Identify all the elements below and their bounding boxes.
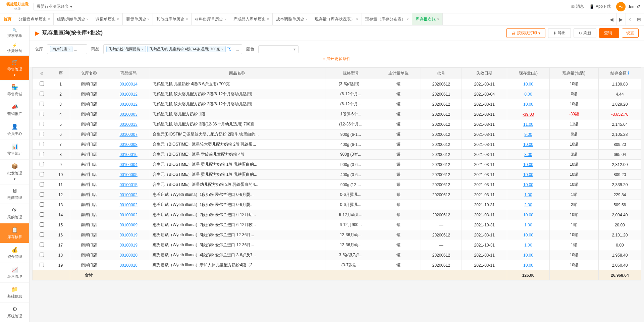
tab-split-close[interactable]: ×	[48, 17, 50, 21]
tab-material-out-close[interactable]: ×	[224, 17, 226, 21]
warehouse-filter-box[interactable]: 南岸门店 × ...	[47, 44, 87, 54]
tab-cost-adjust-close[interactable]: ×	[306, 17, 308, 21]
sidebar-search-area[interactable]: 🔍 搜索菜单	[0, 25, 29, 41]
row-stock-main[interactable]: 2.00	[507, 200, 549, 210]
tab-stock-dist[interactable]: 现存量（库存分布表） ×	[362, 13, 413, 25]
row-stock-main[interactable]: -39.00	[507, 109, 549, 119]
tab-more-btn[interactable]: ⊞	[634, 13, 644, 25]
row-code[interactable]: 00100002	[108, 190, 149, 200]
message-icon-btn[interactable]: ✉ 消息	[571, 4, 584, 9]
sidebar-item-inventory[interactable]: 📋 库存核算	[0, 223, 29, 243]
tab-material-out[interactable]: 材料出库单历史 ×	[192, 13, 230, 25]
tab-split-inventory[interactable]: 分量盘点单历史 ×	[15, 13, 54, 25]
print-btn[interactable]: 🖨 按模板打印 ▾	[506, 28, 545, 38]
row-checkbox[interactable]	[33, 200, 51, 210]
row-stock-main[interactable]: 10.00	[507, 230, 549, 240]
app-download-btn[interactable]: 📱 App下载	[589, 4, 611, 9]
row-stock-main[interactable]: 9.00	[507, 129, 549, 140]
tab-batch-account[interactable]: 库存批次账 ×	[412, 13, 443, 25]
query-btn[interactable]: 查询	[599, 28, 619, 38]
row-code[interactable]: 00100015	[108, 180, 149, 190]
tab-production-in-close[interactable]: ×	[267, 17, 269, 21]
row-code[interactable]: 00100013	[108, 119, 149, 129]
settings-btn[interactable]: 设置	[622, 29, 639, 38]
row-checkbox[interactable]	[33, 170, 51, 180]
row-checkbox[interactable]	[33, 129, 51, 140]
row-stock-main[interactable]: 10.00	[507, 79, 549, 89]
row-checkbox[interactable]	[33, 150, 51, 160]
row-code[interactable]: 00100004	[108, 160, 149, 170]
product-filter-box[interactable]: 飞鹤奶粉3段两提装 × 飞鹤星飞帆 儿童奶粉 4段(3-6岁适用) 700克 ×…	[103, 44, 242, 54]
tab-mix-close[interactable]: ×	[117, 17, 119, 21]
row-checkbox[interactable]	[33, 190, 51, 200]
col-stock-main[interactable]: 现存量(主)	[507, 68, 549, 79]
tab-stock-dist-close[interactable]: ×	[407, 17, 409, 21]
expand-sidebar-btn[interactable]: ▶	[35, 30, 40, 37]
row-code[interactable]: 00100014	[108, 79, 149, 89]
tab-stock-status[interactable]: 现存量（库存状况表） ×	[311, 13, 362, 25]
tab-stock-status-close[interactable]: ×	[356, 17, 358, 21]
color-filter-box[interactable]: ▾	[258, 45, 299, 53]
product-tag-2-remove[interactable]: ×	[221, 47, 223, 51]
row-stock-main[interactable]: 1.00	[507, 220, 549, 230]
sidebar-item-retail-shop[interactable]: 🏪 零售商城	[0, 80, 29, 100]
export-btn[interactable]: ⬇ 导出	[548, 28, 571, 38]
sidebar-item-member[interactable]: 👤 会员中心	[0, 120, 29, 140]
tab-home[interactable]: 首页	[0, 13, 15, 25]
sidebar-item-marketing[interactable]: 📣 营销推广	[0, 100, 29, 120]
row-stock-main[interactable]: 11.00	[507, 119, 549, 129]
row-stock-main[interactable]: 10.00	[507, 180, 549, 190]
row-stock-main[interactable]: 10.00	[507, 210, 549, 220]
sidebar-item-ecommerce[interactable]: 🖥 电商管理	[0, 184, 29, 204]
account-selector[interactable]: 母婴行业演示账套 ▾	[34, 3, 75, 10]
sidebar-item-purchase[interactable]: 🛍 采购管理	[0, 204, 29, 223]
tab-require-close[interactable]: ×	[148, 17, 150, 21]
refresh-btn[interactable]: ↻ 刷新	[574, 28, 596, 38]
row-checkbox[interactable]	[33, 260, 51, 270]
row-code[interactable]: 00100019	[108, 230, 149, 240]
sidebar-item-retail-mgmt[interactable]: 🛒 零售管理 ▾	[0, 56, 29, 80]
row-checkbox[interactable]	[33, 250, 51, 260]
row-code[interactable]: 00100007	[108, 129, 149, 140]
row-stock-main[interactable]: 10.00	[507, 170, 549, 180]
col-gear[interactable]: ⚙	[33, 68, 51, 79]
row-checkbox[interactable]	[33, 240, 51, 250]
row-stock-main[interactable]: 10.00	[507, 260, 549, 270]
row-checkbox[interactable]	[33, 109, 51, 119]
row-checkbox[interactable]	[33, 220, 51, 230]
sidebar-item-system[interactable]: ⚙ 系统管理	[0, 303, 29, 322]
row-code[interactable]: 00100005	[108, 170, 149, 180]
row-code[interactable]: 00100002	[108, 210, 149, 220]
row-checkbox[interactable]	[33, 230, 51, 240]
row-code[interactable]: 00100018	[108, 260, 149, 270]
warehouse-tag-remove[interactable]: ×	[68, 47, 70, 51]
row-stock-main[interactable]: 3.00	[507, 150, 549, 160]
tab-batch-account-close[interactable]: ×	[437, 17, 439, 21]
tab-require[interactable]: 要货单历史 ×	[123, 13, 153, 25]
row-stock-main[interactable]: 0.00	[507, 89, 549, 99]
row-stock-main[interactable]: 10.00	[507, 99, 549, 109]
row-checkbox[interactable]	[33, 119, 51, 129]
row-code[interactable]: 00100003	[108, 109, 149, 119]
user-area[interactable]: Ea demo2	[616, 2, 640, 11]
tab-next-btn[interactable]: ▶	[616, 13, 626, 25]
row-checkbox[interactable]	[33, 180, 51, 190]
row-code[interactable]: 00100020	[108, 250, 149, 260]
sidebar-quick-nav[interactable]: ⚡ 快捷导航	[0, 41, 29, 56]
row-code[interactable]: 00100016	[108, 150, 149, 160]
row-code[interactable]: 00100019	[108, 240, 149, 250]
sidebar-item-basic-info[interactable]: 📁 基础信息	[0, 283, 29, 303]
tab-mix[interactable]: 调拨单历史 ×	[92, 13, 123, 25]
tab-production-in[interactable]: 产成品入库单历史 ×	[230, 13, 273, 25]
row-checkbox[interactable]	[33, 99, 51, 109]
sidebar-item-finance[interactable]: 💰 资金管理	[0, 243, 29, 263]
row-checkbox[interactable]	[33, 140, 51, 150]
tab-disassemble-close[interactable]: ×	[87, 17, 89, 21]
tab-other-out[interactable]: 其他出库单历史 ×	[153, 13, 192, 25]
row-stock-main[interactable]: 10.00	[507, 160, 549, 170]
row-code[interactable]: 00100009	[108, 220, 149, 230]
tab-prev-btn[interactable]: ◀	[607, 13, 616, 25]
row-stock-main[interactable]: 1.00	[507, 190, 549, 200]
row-checkbox[interactable]	[33, 210, 51, 220]
tab-cost-adjust[interactable]: 成本调整单历史 ×	[273, 13, 311, 25]
